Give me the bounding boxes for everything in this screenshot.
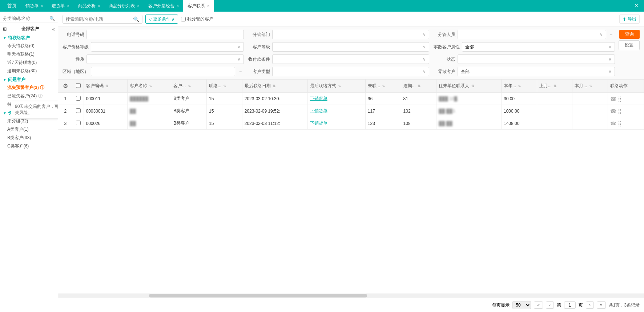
first-page-button[interactable]: «	[534, 301, 543, 309]
contact-action-icon[interactable]: ☎	[610, 96, 616, 102]
row-contact-person: ██ ██	[436, 117, 502, 130]
last-method-link[interactable]: 下销货单	[310, 108, 327, 113]
my-customers-checkbox-wrap[interactable]: 我分管的客户	[181, 16, 213, 22]
row-last-month	[537, 105, 572, 117]
sort-icon-last-month[interactable]: ⇅	[554, 84, 556, 88]
sort-icon-last-date[interactable]: ⇅	[273, 84, 275, 88]
sidebar-item-流失预警客户[interactable]: 流失预警客户(3) ⓘ	[0, 84, 58, 92]
select-all-checkbox[interactable]	[76, 83, 81, 88]
filter-select-retail-attr[interactable]: 全部 ∨	[462, 42, 615, 52]
filter-select-nature[interactable]: ∨	[86, 54, 244, 64]
sidebar-item-A类客户[interactable]: A类客户(1)	[0, 125, 58, 134]
nav-tab-商品分析[interactable]: 商品分析 ×	[74, 0, 104, 12]
export-button[interactable]: ⬆ 导出	[619, 15, 640, 24]
filter-input-region[interactable]	[91, 67, 235, 76]
sidebar-collapse-btn[interactable]: «	[52, 26, 55, 32]
search-input[interactable]	[66, 17, 133, 22]
page-size-select[interactable]: 50 20 100	[512, 301, 531, 309]
sidebar-item-今天待联络[interactable]: 今天待联络(0)	[0, 42, 58, 50]
more-action-icon[interactable]: ⣿	[618, 121, 621, 126]
sidebar-item-逾期未联络[interactable]: 逾期未联络(30)	[0, 67, 58, 75]
filter-dots-person[interactable]: ···	[608, 32, 615, 37]
last-method-link[interactable]: 下销货单	[310, 96, 327, 101]
search-submit-icon[interactable]: 🔍	[133, 16, 139, 22]
filter-select-price-level[interactable]: ∨	[91, 42, 244, 52]
sort-icon-current-month[interactable]: ⇅	[589, 84, 592, 88]
filter-select-retail-customer[interactable]: 全部 ∨	[458, 67, 615, 76]
more-action-icon[interactable]: ⣿	[618, 108, 621, 114]
filter-select-customer-level[interactable]: ∨	[272, 42, 430, 52]
row-type: B类客户	[171, 117, 207, 130]
close-tab-商品分析[interactable]: ×	[98, 4, 100, 8]
row-contact: 15	[206, 105, 242, 117]
window-close-button[interactable]: ×	[632, 3, 641, 9]
filter-select-dept[interactable]: ∨	[272, 30, 430, 39]
sort-icon-type[interactable]: ⇅	[188, 84, 191, 88]
nav-home[interactable]: 首页	[3, 0, 21, 12]
filter-select-payment[interactable]: ∨	[272, 54, 430, 64]
contact-action-icon[interactable]: ☎	[610, 108, 616, 114]
row-checkbox[interactable]	[76, 108, 81, 113]
my-customers-checkbox[interactable]	[181, 17, 186, 21]
row-checkbox[interactable]	[76, 121, 81, 125]
filter-input-phone[interactable]	[86, 30, 244, 39]
prev-page-button[interactable]: ‹	[546, 301, 554, 309]
horizontal-scrollbar[interactable]	[58, 293, 644, 298]
filter-row-3: 性质 ∨ 收付款条件 ∨	[63, 54, 615, 64]
more-action-icon[interactable]: ⣿	[618, 96, 621, 102]
sidebar-all-customers[interactable]: ⊞ 全部客户 «	[0, 24, 58, 33]
nav-tab-客户联系[interactable]: 客户联系 ×	[183, 0, 214, 12]
close-tab-客户分层经营[interactable]: ×	[177, 4, 179, 8]
table-settings-icon[interactable]: ⚙	[63, 83, 68, 89]
filter-select-status[interactable]: ∨	[458, 54, 615, 64]
section-arrow-icon: ▼	[3, 36, 7, 40]
chevron-down-icon: ∨	[423, 32, 426, 37]
next-page-button[interactable]: ›	[586, 301, 594, 309]
sidebar-item-近7天待联络[interactable]: 近7天待联络(0)	[0, 58, 58, 67]
filter-settings-button[interactable]: 设置	[619, 40, 640, 50]
sort-icon-current-year[interactable]: ⇅	[518, 84, 521, 88]
contact-action-icon[interactable]: ☎	[610, 121, 616, 126]
filter-dots-region[interactable]: ···	[237, 69, 244, 74]
nav-tab-销货单[interactable]: 销货单 ×	[21, 0, 47, 12]
more-filters-button[interactable]: ▽ 更多条件 ∧	[145, 15, 178, 24]
sort-icon-code[interactable]: ⇅	[105, 84, 108, 88]
scrollbar-thumb[interactable]	[149, 294, 367, 297]
filter-select-person[interactable]: ∨	[458, 30, 606, 39]
page-total-info: 共1页，3条记录	[609, 302, 640, 308]
last-page-button[interactable]: »	[597, 301, 606, 309]
sort-icon-overdue[interactable]: ⇅	[418, 84, 420, 88]
sidebar-item-C类客户[interactable]: C类客户(6)	[0, 142, 58, 150]
close-tab-客户联系[interactable]: ×	[207, 4, 209, 8]
sidebar-section-问题客户[interactable]: ▼ 问题客户	[0, 75, 58, 84]
sort-icon-not-contacted[interactable]: ⇅	[382, 84, 385, 88]
sidebar-item-明天待联络[interactable]: 明天待联络(1)	[0, 50, 58, 58]
row-current-month	[572, 117, 608, 130]
chevron-down-icon-6: ∨	[237, 57, 241, 62]
sidebar-search-input[interactable]	[3, 16, 49, 21]
sidebar-search-icon[interactable]: 🔍	[49, 16, 55, 21]
sort-icon-last-method[interactable]: ⇅	[338, 84, 341, 88]
row-checkbox[interactable]	[76, 96, 81, 101]
sidebar: 🔍 ⊞ 全部客户 « ▼ 待联络客户 今天待联络(0) 明天待联络(1) 近7天…	[0, 12, 58, 312]
sort-icon-name[interactable]: ⇅	[149, 84, 152, 88]
page-input[interactable]	[564, 301, 576, 309]
row-last-method: 下销货单	[307, 117, 365, 130]
chevron-down-icon-5: ∨	[608, 44, 612, 49]
close-tab-商品分析列表[interactable]: ×	[137, 4, 139, 8]
sidebar-section-待联络客户[interactable]: ▼ 待联络客户	[0, 33, 58, 42]
filter-label-price-level: 客户价格等级	[63, 44, 89, 50]
sidebar-item-B类客户[interactable]: B类客户(33)	[0, 134, 58, 142]
filter-select-customer-type[interactable]: ∨	[272, 67, 430, 76]
query-button[interactable]: 查询	[619, 30, 640, 39]
close-tab-销货单[interactable]: ×	[41, 4, 43, 8]
last-method-link[interactable]: 下销货单	[310, 121, 327, 126]
nav-tab-客户分层经营[interactable]: 客户分层经营 ×	[144, 0, 183, 12]
sort-icon-contact[interactable]: ⇅	[223, 84, 226, 88]
nav-tab-进货单[interactable]: 进货单 ×	[47, 0, 73, 12]
close-tab-进货单[interactable]: ×	[67, 4, 69, 8]
nav-tab-商品分析列表[interactable]: 商品分析列表 ×	[104, 0, 144, 12]
sidebar-item-已流失客户[interactable]: 已流失客户(24) ⓘ	[0, 92, 58, 100]
sort-icon-contact-person[interactable]: ⇅	[471, 84, 474, 88]
row-last-date: 2023-02-09 19:52:	[242, 105, 307, 117]
